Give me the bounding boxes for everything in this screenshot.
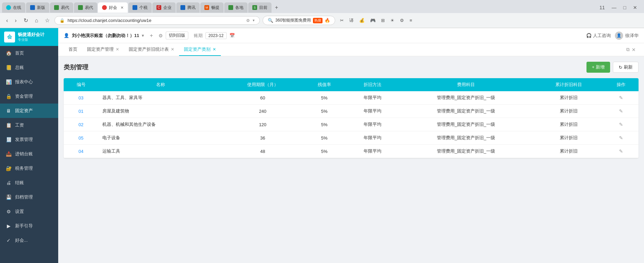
edit-button-1[interactable]: ✎ [619, 108, 623, 114]
browser-tab-yidai1[interactable]: 易代 [50, 2, 73, 13]
browser-tab-changti[interactable]: M 畅提 [200, 2, 224, 13]
tab-count-badge[interactable]: 11 [597, 4, 607, 11]
tab-fixed-assets-mgmt[interactable]: 固定资产管理 ✕ [82, 43, 124, 56]
add-account-button[interactable]: + [147, 31, 155, 40]
cell-action-3: ✎ [604, 131, 639, 145]
sidebar-item-settings[interactable]: ⚙ 设置 [0, 204, 58, 219]
hot-tag: 热搜 [313, 18, 323, 23]
calendar-icon[interactable]: 📅 [229, 33, 235, 38]
tab-fa-mgmt-close[interactable]: ✕ [116, 47, 119, 52]
sidebar-item-funds[interactable]: 🔒 资金管理 [0, 89, 58, 104]
sidebar-item-ledger[interactable]: 📒 总账 [0, 60, 58, 75]
sidebar-item-fixed-assets[interactable]: 🖥 固定资产 [0, 104, 58, 118]
browser-tab-xinban[interactable]: 新版 [26, 2, 49, 13]
menu-button[interactable]: ≡ [407, 17, 414, 24]
settings-account-button[interactable]: ⚙ [159, 33, 163, 38]
home-icon: 🏠 [5, 50, 12, 56]
cell-expense-4: 管理费用_固定资产折旧_一级 [399, 145, 533, 158]
reload-button[interactable]: ↻ [22, 16, 30, 25]
top-bar-right: 🎧 人工咨询 👤 徐泽华 [586, 32, 639, 40]
sidebar-item-invoices[interactable]: 🧾 发票管理 [0, 132, 58, 147]
edit-button-0[interactable]: ✎ [619, 95, 623, 100]
service-button[interactable]: 🎧 人工咨询 [586, 33, 611, 39]
home-button[interactable]: ⌂ [33, 16, 40, 25]
window-close-button[interactable]: ✕ [631, 4, 639, 11]
cell-residual-2: 5% [302, 118, 346, 131]
cell-name-1: 房屋及建筑物 [98, 105, 223, 118]
window-maximize-button[interactable]: □ [621, 4, 628, 11]
sidebar-item-haohui[interactable]: ✓ 好会... [0, 233, 58, 248]
settings-button[interactable]: ⚙ [398, 17, 406, 24]
browser-tab-qiye[interactable]: C 企业 [152, 2, 176, 13]
period-value[interactable]: 2023-12 [205, 32, 227, 39]
haohui-icon: ✓ [5, 238, 12, 243]
header-actions: + 新增 ↻ 刷新 [586, 62, 639, 73]
col-accumulated: 累计折旧科目 [533, 78, 604, 91]
top-bar: 👤 刘小艳演示账套（勿删勿动！）11 ▾ + ⚙ 切到旧版 账期 2023-12… [58, 28, 644, 43]
brightness-button[interactable]: ☀ [388, 17, 396, 24]
address-bar: ‹ › ↻ ⌂ ☆ 🔒 https://cloud.chanjet.com/ac… [0, 13, 644, 28]
tab-category-close[interactable]: ✕ [213, 47, 216, 52]
switch-version-button[interactable]: 切到旧版 [166, 32, 188, 39]
cell-accumulated-4: 累计折旧 [533, 145, 604, 158]
tab-depr-close[interactable]: ✕ [171, 47, 174, 52]
game-button[interactable]: 🎮 [368, 17, 378, 24]
forward-button[interactable]: › [13, 16, 18, 25]
sidebar-label-home: 首页 [15, 50, 24, 56]
headset-icon: 👤 [64, 33, 69, 38]
bookmark-button[interactable]: ☆ [43, 16, 52, 25]
browser-tab-yidai2[interactable]: 易代 [74, 2, 97, 13]
sidebar-item-tax[interactable]: 🔐 税务管理 [0, 161, 58, 176]
invoices-icon: 🧾 [5, 137, 12, 142]
sidebar-item-purchase[interactable]: 📥 进销台账 [0, 147, 58, 161]
sidebar-item-tutorial[interactable]: ▶ 新手引导 [0, 219, 58, 233]
edit-button-4[interactable]: ✎ [619, 148, 623, 154]
tab-close-haohui[interactable]: ✕ [121, 5, 124, 10]
cut-button[interactable]: ✂ [338, 17, 346, 24]
table-row: 01 房屋及建筑物 240 5% 年限平均 管理费用_固定资产折旧_一级 累计折… [64, 105, 639, 118]
back-button[interactable]: ‹ [4, 16, 10, 25]
window-restore-button[interactable]: ⧉ [626, 47, 630, 52]
window-minimize-button[interactable]: — [610, 4, 619, 11]
edit-button-2[interactable]: ✎ [619, 122, 623, 127]
cell-accumulated-0: 累计折旧 [533, 91, 604, 105]
cell-code-1: 01 [64, 105, 98, 118]
sidebar-item-home[interactable]: 🏠 首页 [0, 46, 58, 60]
col-action: 操作 [604, 78, 639, 91]
refresh-label: 刷新 [624, 64, 633, 70]
col-months: 使用期限（月） [223, 78, 303, 91]
period-label: 账期 [194, 33, 203, 39]
new-tab-button[interactable]: + [272, 3, 281, 12]
tab-asset-category[interactable]: 固定资产类别 ✕ [179, 43, 221, 56]
grid-button[interactable]: ⊞ [379, 17, 387, 24]
browser-tab-muqian[interactable]: S 目前 [248, 2, 272, 13]
refresh-button[interactable]: ↻ 刷新 [613, 62, 639, 73]
tab-depreciation-table[interactable]: 固定资产折旧统计表 ✕ [124, 43, 179, 56]
sidebar-item-reports[interactable]: 📊 报表中心 [0, 75, 58, 89]
wallet-button[interactable]: 💰 [357, 17, 367, 24]
browser-tab-gedi[interactable]: 各地 [224, 2, 248, 13]
window-close-content-button[interactable]: ✕ [632, 47, 636, 52]
table-row: 04 运输工具 48 5% 年限平均 管理费用_固定资产折旧_一级 累计折旧 ✎ [64, 145, 639, 158]
cell-method-1: 年限平均 [346, 105, 399, 118]
sidebar-item-payroll[interactable]: 📋 工资 [0, 118, 58, 132]
url-bar[interactable]: 🔒 https://cloud.chanjet.com/accounting/u… [54, 16, 260, 25]
add-button[interactable]: + 新增 [586, 62, 610, 73]
cell-residual-4: 5% [302, 145, 346, 158]
dropdown-icon[interactable]: ▾ [142, 33, 144, 38]
cell-action-1: ✎ [604, 105, 639, 118]
browser-tab-haohui[interactable]: 好会 ✕ [98, 2, 128, 13]
sidebar-item-closing[interactable]: 🖨 结账 [0, 176, 58, 190]
edit-button-3[interactable]: ✎ [619, 135, 623, 141]
sidebar-item-archive[interactable]: 💾 归档管理 [0, 190, 58, 204]
translate-button[interactable]: 译 [347, 17, 356, 24]
user-avatar-area[interactable]: 👤 徐泽华 [615, 32, 639, 40]
service-label: 人工咨询 [593, 33, 611, 39]
url-dropdown-icon[interactable]: ▾ [253, 18, 255, 23]
browser-tab-geshu[interactable]: 个税 [128, 2, 152, 13]
browser-tab-zaixin[interactable]: 在线 [2, 2, 25, 13]
search-bar[interactable]: 🔍 360智能抠图免费用 热搜 🔥 [263, 16, 335, 25]
sidebar-label-tutorial: 新手引导 [15, 223, 33, 229]
browser-tab-tengxun[interactable]: 腾讯 [176, 2, 200, 13]
tab-home[interactable]: 首页 [64, 43, 82, 56]
